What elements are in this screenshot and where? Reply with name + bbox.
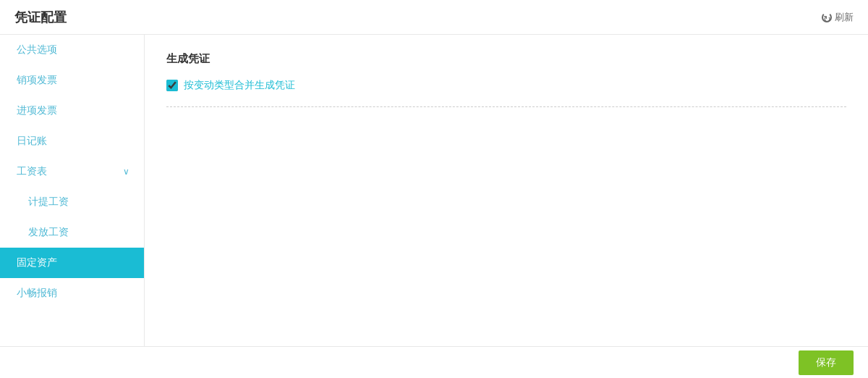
sidebar-item-label: 销项发票 bbox=[17, 74, 57, 87]
sidebar-item-label: 小畅报销 bbox=[17, 287, 57, 300]
sidebar-item-payroll-table[interactable]: 工资表∨ bbox=[0, 156, 144, 187]
sidebar-item-public-options[interactable]: 公共选项 bbox=[0, 35, 144, 65]
chevron-down-icon: ∨ bbox=[123, 167, 129, 177]
merge-by-type-checkbox[interactable] bbox=[166, 80, 178, 91]
refresh-button[interactable]: ↻ 刷新 bbox=[822, 11, 854, 24]
sidebar-item-journal[interactable]: 日记账 bbox=[0, 126, 144, 156]
sidebar-item-expense-report[interactable]: 小畅报销 bbox=[0, 278, 144, 308]
main-layout: 公共选项销项发票进项发票日记账工资表∨计提工资发放工资固定资产小畅报销 生成凭证… bbox=[0, 35, 868, 346]
sidebar: 公共选项销项发票进项发票日记账工资表∨计提工资发放工资固定资产小畅报销 bbox=[0, 35, 145, 346]
sidebar-item-label: 公共选项 bbox=[17, 43, 57, 56]
sidebar-item-label: 固定资产 bbox=[17, 256, 57, 269]
merge-by-type-label[interactable]: 按变动类型合并生成凭证 bbox=[184, 79, 295, 92]
sidebar-item-label: 工资表 bbox=[17, 165, 47, 178]
section-divider bbox=[166, 106, 846, 107]
page-header: 凭证配置 ↻ 刷新 bbox=[0, 0, 868, 35]
page-title: 凭证配置 bbox=[14, 9, 67, 26]
main-content: 生成凭证 按变动类型合并生成凭证 bbox=[145, 35, 868, 346]
sidebar-item-label: 日记账 bbox=[17, 135, 47, 148]
save-button[interactable]: 保存 bbox=[799, 350, 854, 375]
refresh-icon: ↻ bbox=[822, 12, 832, 22]
sidebar-item-label: 计提工资 bbox=[28, 196, 69, 209]
sidebar-item-label: 进项发票 bbox=[17, 104, 57, 117]
sidebar-item-calc-salary[interactable]: 计提工资 bbox=[0, 187, 144, 217]
sidebar-item-pay-salary[interactable]: 发放工资 bbox=[0, 217, 144, 248]
sidebar-item-purchase-invoice[interactable]: 进项发票 bbox=[0, 96, 144, 126]
sidebar-item-label: 发放工资 bbox=[28, 226, 69, 239]
refresh-label: 刷新 bbox=[835, 11, 854, 24]
checkbox-row: 按变动类型合并生成凭证 bbox=[166, 79, 846, 92]
page-footer: 保存 bbox=[0, 346, 868, 378]
section-title: 生成凭证 bbox=[166, 52, 846, 66]
sidebar-item-sales-invoice[interactable]: 销项发票 bbox=[0, 65, 144, 96]
sidebar-item-fixed-assets[interactable]: 固定资产 bbox=[0, 248, 144, 278]
